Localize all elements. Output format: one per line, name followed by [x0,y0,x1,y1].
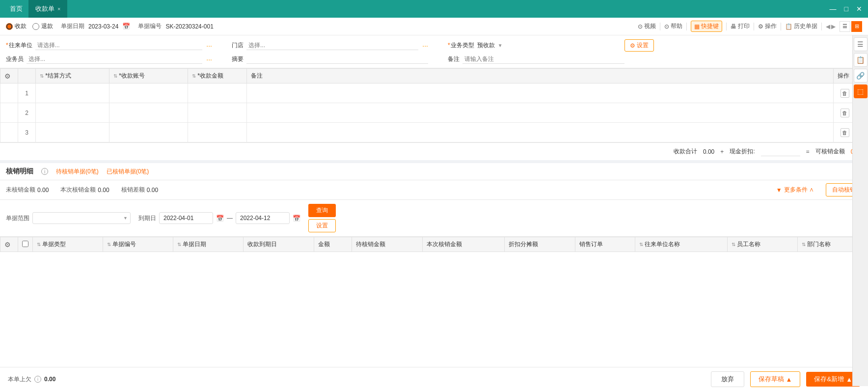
radio-receipt[interactable]: 收款 [6,22,27,30]
bt-doc-date-col: ⇅ 单据日期 [173,237,244,252]
form-row-2: 业务员 ··· 摘要 备注 [6,55,862,64]
store-field: 门店 ··· [232,41,428,50]
table-num-col [18,69,36,84]
bt-checkbox-col [18,237,33,252]
help-action[interactable]: ⊙ 帮助 [664,22,682,30]
range-select[interactable] [32,212,131,224]
counterpart-ellipsis-icon[interactable]: ··· [206,42,212,50]
operation-action[interactable]: ⚙ 操作 [758,22,777,30]
filter-settings-button[interactable]: 设置 [308,219,336,232]
right-panel-icon-4[interactable]: ⬚ [854,84,868,98]
store-input[interactable] [246,41,418,50]
reconcile-filter-row: 单据范围 到期日 📅 — 📅 查询 设置 [0,200,868,237]
discount-input[interactable] [761,147,800,156]
doc-date-field: 单据日期 2023-03-24 📅 [61,22,130,30]
query-button[interactable]: 查询 [308,204,336,217]
win-close-btn[interactable]: ✕ [854,5,864,13]
print-action[interactable]: 🖶 打印 [731,22,750,30]
sales-input[interactable] [27,55,202,64]
tab-close-icon[interactable]: × [57,0,60,18]
footer-bar: 本单上欠 i 0.00 放弃 保存草稿 ▲ 保存&新增 ▲ [0,367,868,391]
doc-type-radio-group: 收款 退款 [6,22,53,30]
info-circle-icon: i [34,376,41,383]
delete-row1-icon[interactable]: 🗑 [841,89,849,98]
toolbar-row: 收款 退款 单据日期 2023-03-24 📅 单据编号 SK-20230324… [0,18,868,35]
video-action[interactable]: ⊙ 视频 [638,22,656,30]
due-date-filter-field: 到期日 📅 — 📅 [138,212,300,224]
store-ellipsis-icon[interactable]: ··· [422,42,428,50]
nav-tab-label: 收款单 [35,0,54,18]
settings-gear-icon: ⚙ [630,42,635,49]
bt-doc-type-col: ⇅ 单据类型 [33,237,103,252]
table-row: 1 🗑 ⧉ [0,84,868,103]
filter-action-btns: 查询 设置 [308,204,336,232]
date-picker-icon[interactable]: 📅 [122,23,130,30]
summary-input[interactable] [246,55,428,64]
settings-button[interactable]: ⚙ 设置 [624,39,654,52]
top-nav: 首页 收款单 × — □ ✕ [0,0,868,18]
history-action[interactable]: 📋 历史单据 [785,22,817,30]
filter-icon: ▼ [776,187,782,194]
save-draft-button[interactable]: 保存草稿 ▲ [750,371,801,387]
sales-field: 业务员 ··· [6,55,212,64]
table-account-col: ⇅ *收款账号 [109,69,188,84]
table-settle-col: ⇅ *结算方式 [36,69,109,84]
shortcut-action[interactable]: ▦ 快捷键 [691,21,722,32]
shortcut-icon: ▦ [694,23,700,30]
right-panel-icon-1[interactable]: ☰ [854,37,868,51]
sales-ellipsis-icon[interactable]: ··· [206,56,212,63]
window-controls: — □ ✕ [828,5,864,13]
save-draft-arrow-icon: ▲ [786,376,792,383]
right-panel-icon-3[interactable]: 🔗 [854,69,868,83]
pending-reconcile-tab[interactable]: 待核销单据(0笔) [56,168,99,176]
summary-row: 收款合计 0.00 + 现金折扣: = 可核销金额 0.00 [0,142,868,160]
bt-sales-order-col: 销售订单 [575,237,635,252]
counterpart-input[interactable] [35,41,203,50]
win-max-btn[interactable]: □ [842,5,850,13]
completed-reconcile-tab[interactable]: 已核销单据(0笔) [107,168,149,176]
prev-arrow-icon[interactable]: ◀ [826,23,830,30]
business-type-dropdown-icon[interactable]: ▼ [498,43,503,48]
nav-tab-receipt[interactable]: 收款单 × [28,0,67,18]
business-type-field: *业务类型 预收款 ▼ [448,41,624,50]
print-icon: 🖶 [731,23,736,30]
operation-icon: ⚙ [758,23,763,30]
bt-counterpart-col: ⇅ 往来单位名称 [635,237,727,252]
remark-input[interactable] [462,55,624,64]
select-all-checkbox[interactable] [22,241,28,247]
abandon-button[interactable]: 放弃 [711,371,744,387]
reconcile-stats-row: 未核销金额 0.00 本次核销金额 0.00 核销差额 0.00 ▼ 更多条件 … [0,180,868,200]
due-date-end-cal-icon[interactable]: 📅 [293,215,300,222]
radio-refund[interactable]: 退款 [32,22,53,30]
due-date-end-input[interactable] [236,212,290,224]
view-mode-btns: ☰ ⊞ [840,21,862,32]
bt-discount-col: 折扣分摊额 [504,237,575,252]
bt-gear-icon[interactable]: ⚙ [4,241,11,249]
more-conditions-btn[interactable]: ▼ 更多条件 ∧ [776,186,814,194]
delete-row2-icon[interactable]: 🗑 [841,109,849,117]
bt-employee-col: ⇅ 员工名称 [727,237,797,252]
this-doc-label: 本单上欠 [8,375,31,384]
right-panel-icon-2[interactable]: 📋 [854,53,868,67]
receipt-table-section: ⚙ ⇅ *结算方式 ⇅ *收款账号 ⇅ *收款金额 备 [0,68,868,160]
form-section: *往来单位 ··· 门店 ··· *业务类型 预收款 ▼ ⚙ 设置 业务员 [0,35,868,68]
current-reconcile-stat: 本次核销金额 0.00 [60,186,109,194]
win-min-btn[interactable]: — [828,5,839,13]
reconcile-info-icon[interactable]: i [41,168,48,175]
bt-pending-reconcile-col: 待核销金额 [352,237,423,252]
doc-num-field: 单据编号 SK-20230324-001 [138,22,213,30]
due-date-start-input[interactable] [159,212,213,224]
delete-row3-icon[interactable]: 🗑 [841,128,849,137]
save-new-arrow-icon: ▲ [846,376,852,383]
due-date-start-cal-icon[interactable]: 📅 [216,215,224,222]
range-select-wrapper [32,212,131,224]
right-panel: ☰ 📋 🔗 ⬚ [852,35,868,386]
grid-view-btn[interactable]: ⊞ [851,21,862,32]
toolbar-actions: ⊙ 视频 ⊙ 帮助 ▦ 快捷键 🖶 打印 ⚙ 操作 [638,21,862,32]
form-row-1: *往来单位 ··· 门店 ··· *业务类型 预收款 ▼ ⚙ 设置 [6,39,862,52]
next-arrow-icon[interactable]: ▶ [831,23,836,30]
list-view-btn[interactable]: ☰ [840,21,850,32]
table-settings-col: ⚙ [0,69,18,84]
nav-home-link[interactable]: 首页 [4,4,28,13]
table-gear-icon[interactable]: ⚙ [4,72,11,80]
